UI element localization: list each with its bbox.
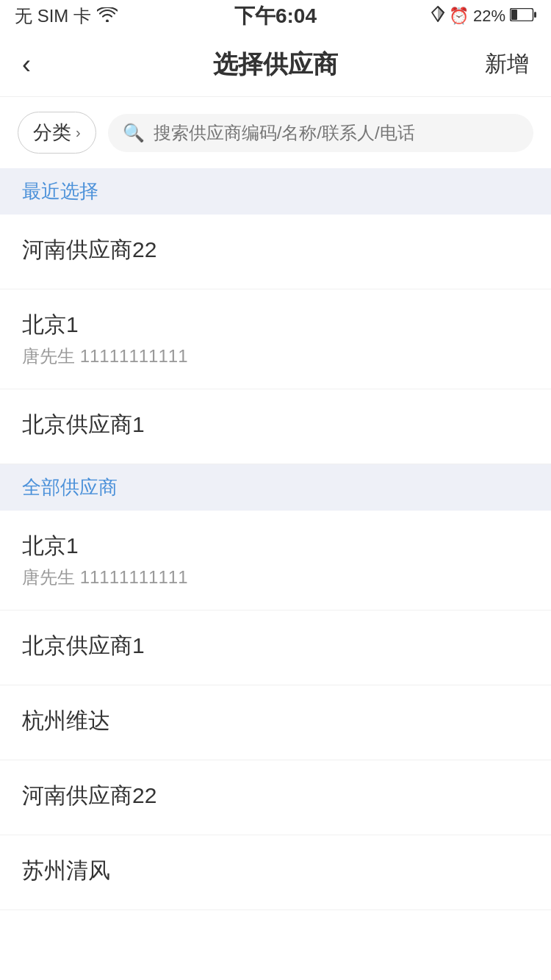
item-name: 苏州清风: [22, 856, 529, 886]
recent-section-header: 最近选择: [0, 168, 551, 215]
item-sub: 唐先生 11111111111: [22, 345, 529, 368]
filter-row: 分类 › 🔍: [0, 97, 551, 168]
item-name: 杭州维达: [22, 706, 529, 736]
list-item[interactable]: 北京供应商1: [0, 610, 551, 685]
battery-label: 22%: [473, 7, 505, 26]
back-button[interactable]: ‹: [22, 49, 66, 80]
list-item[interactable]: 河南供应商22: [0, 760, 551, 835]
category-filter-button[interactable]: 分类 ›: [18, 112, 96, 154]
search-box: 🔍: [108, 114, 533, 152]
wifi-icon: [97, 6, 118, 26]
svg-rect-2: [534, 12, 536, 18]
nav-bar: ‹ 选择供应商 新增: [0, 32, 551, 97]
search-input[interactable]: [154, 123, 519, 143]
item-name: 北京供应商1: [22, 631, 529, 661]
svg-rect-1: [511, 10, 517, 20]
status-bar: 无 SIM 卡 下午6:04 ⏰ 22%: [0, 0, 551, 32]
status-left: 无 SIM 卡: [15, 4, 118, 28]
item-name: 北京供应商1: [22, 410, 529, 440]
search-icon: 🔍: [123, 123, 145, 143]
list-item[interactable]: 北京供应商1: [0, 389, 551, 464]
list-item[interactable]: 苏州清风: [0, 835, 551, 910]
location-icon: [431, 6, 444, 26]
list-item[interactable]: 河南供应商22: [0, 215, 551, 289]
category-label: 分类: [33, 120, 71, 145]
page-title: 选择供应商: [66, 48, 485, 82]
battery-icon: [510, 7, 536, 26]
all-items-list: 北京1唐先生 11111111111北京供应商1杭州维达河南供应商22苏州清风: [0, 511, 551, 910]
item-name: 河南供应商22: [22, 235, 529, 265]
chevron-icon: ›: [76, 124, 81, 141]
list-item[interactable]: 北京1唐先生 11111111111: [0, 289, 551, 389]
new-action-button[interactable]: 新增: [485, 49, 529, 79]
list-item[interactable]: 杭州维达: [0, 685, 551, 760]
carrier-label: 无 SIM 卡: [15, 4, 91, 28]
item-name: 河南供应商22: [22, 781, 529, 811]
status-time: 下午6:04: [234, 2, 317, 30]
list-item[interactable]: 北京1唐先生 11111111111: [0, 511, 551, 610]
recent-items-list: 河南供应商22北京1唐先生 11111111111北京供应商1: [0, 215, 551, 464]
alarm-icon: ⏰: [449, 7, 469, 26]
all-section-header: 全部供应商: [0, 464, 551, 511]
item-sub: 唐先生 11111111111: [22, 566, 529, 589]
item-name: 北京1: [22, 310, 529, 340]
item-name: 北京1: [22, 531, 529, 561]
status-right: ⏰ 22%: [431, 6, 536, 26]
